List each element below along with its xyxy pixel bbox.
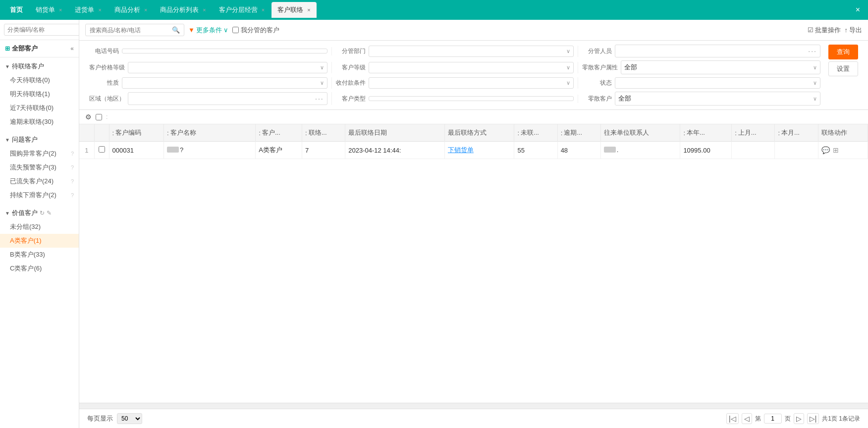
retail-select[interactable]: 全部 ∨ (615, 92, 820, 106)
payment-select[interactable]: ∨ (369, 77, 574, 89)
retail-attr-label: 零散客户属性 (582, 63, 618, 72)
close-tab-purchase[interactable]: × (98, 7, 101, 13)
th-name[interactable]: : 客户名称 (164, 124, 256, 142)
sidebar-item-declining[interactable]: 持续下滑客户(2) ? (0, 188, 79, 202)
total-label: 共1页 1条记录 (822, 415, 860, 423)
tab-home[interactable]: 首页 (4, 2, 29, 18)
row-no-contact: 55 (514, 142, 557, 159)
page-input[interactable] (764, 414, 782, 424)
sidebar-item-a-class[interactable]: A类客户(1) (0, 234, 79, 248)
sidebar-search-input[interactable] (4, 24, 79, 36)
cust-level-select[interactable]: ∨ (369, 62, 574, 73)
footer-left: 每页显示 50 20 100 (87, 413, 142, 424)
th-contact[interactable]: : 联络... (302, 124, 345, 142)
help-icon[interactable]: ? (71, 151, 74, 157)
gear-icon[interactable]: ⚙ (85, 113, 92, 121)
tab-sales[interactable]: 销货单 × (30, 2, 68, 18)
nature-select[interactable]: ∨ (122, 77, 327, 89)
th-code[interactable]: : 客户编码 (109, 124, 164, 142)
sidebar-item-no-group[interactable]: 未分组(32) (0, 220, 79, 234)
close-tab-customer-contact[interactable]: × (307, 7, 310, 13)
price-level-select[interactable]: ∨ (128, 62, 327, 73)
th-overdue[interactable]: : 逾期... (557, 124, 600, 142)
th-unit-contact[interactable]: 往来单位联系人 (600, 124, 680, 142)
sidebar-item-overdue[interactable]: 逾期未联络(30) (0, 115, 79, 129)
tab-customer-contact[interactable]: 客户联络 × (271, 2, 316, 18)
th-year-sep: : (683, 129, 685, 137)
sidebar-section-value-title[interactable]: ▼ 价值客户 ↻ ✎ (0, 206, 79, 220)
th-no-contact[interactable]: : 未联... (514, 124, 557, 142)
settings-button[interactable]: 设置 (828, 61, 858, 76)
horizontal-scrollbar[interactable] (79, 403, 868, 409)
table-scroll[interactable]: : 客户编码 : 客户名称 (79, 124, 868, 403)
row-checkbox[interactable] (99, 146, 105, 153)
sidebar-section-problem-title[interactable]: ▼ 问题客户 (0, 133, 79, 147)
th-this-year[interactable]: : 本年... (680, 124, 732, 142)
tab-customer-layer[interactable]: 客户分层经营 × (213, 2, 271, 18)
tab-purchase[interactable]: 进货单 × (69, 2, 107, 18)
close-tab-customer-layer[interactable]: × (262, 7, 265, 13)
more-filters-button[interactable]: ▼ 更多条件 ∨ (188, 26, 228, 35)
th-level[interactable]: : 客户... (256, 124, 302, 142)
close-tab-sales[interactable]: × (59, 7, 62, 13)
sidebar-item-7days[interactable]: 近7天待联络(0) (0, 101, 79, 115)
cust-type-select[interactable] (369, 96, 574, 101)
help-icon[interactable]: ? (71, 178, 74, 184)
sidebar-section-pending-title[interactable]: ▼ 待联络客户 (0, 59, 79, 73)
dept-select[interactable]: ∨ (369, 46, 574, 57)
th-lm-sep: : (735, 129, 737, 137)
phone-input[interactable] (122, 49, 327, 54)
th-last-month[interactable]: : 上月... (732, 124, 775, 142)
sidebar-item-warning[interactable]: 流失预警客户(3) ? (0, 160, 79, 174)
refresh-icon[interactable]: ↻ (40, 210, 45, 216)
sidebar-item-tomorrow[interactable]: 明天待联络(1) (0, 87, 79, 101)
my-customers-checkbox[interactable] (232, 27, 239, 33)
sidebar-section-problem: ▼ 问题客户 囤购异常客户(2) ? 流失预警客户(3) ? 已流失客户(24)… (0, 131, 79, 204)
export-button[interactable]: ↑ 导出 (845, 26, 863, 35)
th-num (79, 124, 94, 142)
th-name-sep: : (167, 129, 169, 137)
batch-op-button[interactable]: ☑ 批量操作 (808, 26, 841, 35)
grid-action-icon[interactable]: ⊞ (833, 146, 839, 154)
close-tab-goods-analysis-list[interactable]: × (203, 7, 206, 13)
search-button[interactable]: 查询 (828, 45, 858, 59)
filter-status: 状态 ∨ (578, 77, 824, 89)
edit-icon[interactable]: ✎ (47, 210, 52, 216)
cust-level-label: 客户等级 (336, 63, 366, 72)
region-select[interactable]: ··· (128, 92, 327, 105)
retail-attr-select[interactable]: 全部 ∨ (621, 60, 820, 74)
close-tab-goods-analysis[interactable]: × (144, 7, 147, 13)
help-icon[interactable]: ? (71, 192, 74, 198)
sidebar-item-today[interactable]: 今天待联络(0) (0, 73, 79, 87)
first-page-button[interactable]: |◁ (726, 413, 739, 424)
sidebar-collapse-icon[interactable]: « (70, 45, 74, 52)
th-contact-sep: : (305, 129, 307, 137)
filter-btn-group: 查询 设置 (824, 45, 862, 106)
last-page-button[interactable]: ▷| (807, 413, 819, 424)
search-icon[interactable]: 🔍 (172, 26, 180, 34)
table-row: 1 000031 ? A类客户 (79, 142, 868, 159)
manager-select[interactable]: ··· (615, 45, 820, 57)
th-last-date[interactable]: 最后联络日期 (345, 124, 445, 142)
last-way-link[interactable]: 下销货单 (448, 146, 474, 154)
status-select[interactable]: ∨ (615, 77, 820, 89)
sidebar-item-b-class[interactable]: B类客户(33) (0, 248, 79, 262)
status-label: 状态 (582, 79, 612, 87)
next-page-button[interactable]: ▷ (794, 413, 804, 424)
sidebar-item-abnormal[interactable]: 囤购异常客户(2) ? (0, 147, 79, 160)
chat-icon[interactable]: 💬 (821, 146, 830, 154)
prev-page-button[interactable]: ◁ (742, 413, 752, 424)
sidebar-item-lost[interactable]: 已流失客户(24) ? (0, 174, 79, 188)
app-close-button[interactable]: × (852, 3, 864, 16)
tab-goods-analysis-list[interactable]: 商品分析列表 × (154, 2, 212, 18)
sidebar-item-c-class[interactable]: C类客户(6) (0, 262, 79, 275)
top-actions: ☑ 批量操作 ↑ 导出 (808, 26, 863, 35)
per-page-select[interactable]: 50 20 100 (117, 413, 142, 424)
tab-goods-analysis[interactable]: 商品分析 × (108, 2, 153, 18)
select-all-checkbox[interactable] (96, 114, 102, 120)
table-body: 1 000031 ? A类客户 (79, 142, 868, 159)
th-this-month[interactable]: : 本月... (775, 124, 818, 142)
th-last-way[interactable]: 最后联络方式 (444, 124, 514, 142)
help-icon[interactable]: ? (71, 164, 74, 170)
main-search-input[interactable] (90, 27, 170, 34)
